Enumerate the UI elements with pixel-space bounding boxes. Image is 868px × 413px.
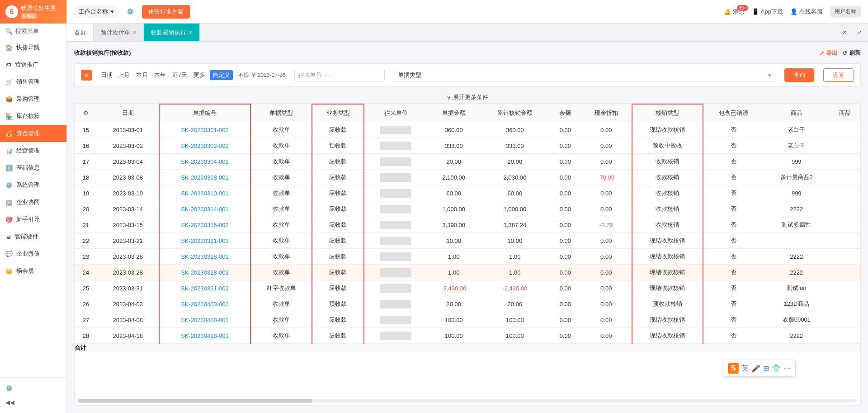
row-date: 2023-03-02 xyxy=(97,138,159,154)
expand-conditions-button[interactable]: ∨ 展开更多条件 xyxy=(74,91,861,103)
tab-close-window-icon[interactable]: ✕ xyxy=(839,27,850,38)
row-bill-no[interactable]: SK-20230315-002 xyxy=(159,217,250,233)
watermark-mic-icon[interactable]: 🎤 xyxy=(751,364,760,373)
row-bill-no[interactable]: SK-20230301-002 xyxy=(159,122,250,138)
row-bill-no[interactable]: SK-20230308-001 xyxy=(159,170,250,185)
app-download-button[interactable]: 📱 App下载 xyxy=(752,8,783,16)
workspace-selector[interactable]: 工作台名称 ▾ xyxy=(74,6,118,18)
row-bill-no[interactable]: SK-20230328-002 xyxy=(159,265,250,280)
col-settings-icon[interactable]: ⚙ xyxy=(75,104,97,122)
chevron-down-expand-icon: ∨ xyxy=(447,94,451,101)
scrollbar-thumb[interactable] xyxy=(78,399,312,403)
row-bill-no[interactable]: SK-20230403-002 xyxy=(159,296,250,312)
row-bill-no[interactable]: SK-20230304-001 xyxy=(159,154,250,170)
user-info[interactable]: 用户名称 xyxy=(830,6,861,17)
date-opt-custom[interactable]: 自定义 xyxy=(210,70,233,80)
row-date: 2023-03-28 xyxy=(97,249,159,265)
collapse-icon: ◀◀ xyxy=(5,399,14,406)
tab-prepay-close-icon[interactable]: × xyxy=(133,29,136,36)
row-bill-type: 收款单 xyxy=(250,122,312,138)
tab-maximize-icon[interactable]: ⤢ xyxy=(854,27,864,38)
row-product2 xyxy=(829,312,860,328)
tab-verify[interactable]: 收款核销执行 × xyxy=(144,24,200,41)
sidebar-item-quick-nav[interactable]: 🏠 快捷导航 xyxy=(0,39,66,56)
row-balance: 0.00 xyxy=(550,185,581,201)
date-opt-this-year[interactable]: 本年 xyxy=(152,70,168,80)
col-product-header: 商品 xyxy=(764,104,829,122)
bill-type-filter[interactable]: 单据类型 ▾ xyxy=(394,69,775,81)
row-bill-no[interactable]: SK-20230321-003 xyxy=(159,233,250,249)
row-product2 xyxy=(829,154,860,170)
sidebar-settings-button[interactable]: ⚙️ xyxy=(0,381,66,395)
topbar-gear-icon[interactable]: ⚙️ xyxy=(124,5,137,18)
row-amount: 1.00 xyxy=(428,265,480,280)
row-bill-no[interactable]: SK-20230310-001 xyxy=(159,185,250,201)
row-bill-no[interactable]: SK-20230408-001 xyxy=(159,312,250,328)
row-bill-no[interactable]: SK-20230302-002 xyxy=(159,138,250,154)
sidebar-item-inventory[interactable]: 🏪 库存核算 xyxy=(0,108,66,125)
row-no: 17 xyxy=(75,154,97,170)
horizontal-scrollbar[interactable] xyxy=(78,399,857,403)
box-icon: 📦 xyxy=(5,96,13,103)
tab-prepay[interactable]: 预计应付单 × xyxy=(94,24,144,41)
row-bill-no[interactable]: SK-20230331-002 xyxy=(159,280,250,296)
filter-toggle-button[interactable]: » xyxy=(81,70,92,81)
tab-verify-close-icon[interactable]: × xyxy=(189,29,192,36)
row-cum-amount: -2,430.00 xyxy=(480,280,550,296)
watermark-apps-icon[interactable]: ⋯ xyxy=(783,364,791,373)
row-biz-type: 预收款 xyxy=(312,138,364,154)
sidebar-search[interactable]: 🔍 搜索菜单 xyxy=(0,24,66,39)
sidebar-item-member[interactable]: 👑 畅会员 xyxy=(0,262,66,280)
row-partner xyxy=(364,312,428,328)
sidebar-item-hardware[interactable]: 🖥 智能硬件 xyxy=(0,228,66,245)
service-icon: 👤 xyxy=(790,8,797,15)
sidebar-item-system[interactable]: ⚙️ 系统管理 xyxy=(0,176,66,194)
row-discount: 0.00 xyxy=(581,296,632,312)
date-opt-last-month[interactable]: 上月 xyxy=(116,70,132,80)
row-discount: -2.76 xyxy=(581,217,632,233)
watermark-text-icon[interactable]: 英 xyxy=(741,364,749,373)
bill-type-chevron-icon: ▾ xyxy=(768,72,771,79)
message-button[interactable]: 🔔 消息 99+ xyxy=(724,8,745,16)
row-product2 xyxy=(829,217,860,233)
date-opt-this-month[interactable]: 本月 xyxy=(134,70,150,80)
export-button[interactable]: ↗ 导出 xyxy=(819,49,838,57)
sidebar-item-purchase[interactable]: 📦 采购管理 xyxy=(0,90,66,108)
sidebar-item-guide[interactable]: 🎯 新手引导 xyxy=(0,211,66,228)
row-bill-no[interactable]: SK-20230418-001 xyxy=(159,328,250,344)
watermark-shirt-icon[interactable]: 👕 xyxy=(772,364,781,373)
row-amount: 100.00 xyxy=(428,328,480,344)
row-settled: 否 xyxy=(703,249,764,265)
industry-solution-button[interactable]: 体验行业方案 xyxy=(142,5,190,19)
sidebar-item-marketing[interactable]: 🏷 营销推广 xyxy=(0,56,66,73)
partner-filter[interactable]: 往来单位 ··· xyxy=(294,69,385,81)
row-verify-type: 收款核销 xyxy=(632,201,703,217)
row-product xyxy=(764,233,829,249)
row-settled: 否 xyxy=(703,122,764,138)
sidebar-item-basic-info[interactable]: ℹ️ 基础信息 xyxy=(0,159,66,176)
sidebar-item-finance[interactable]: 💰 资金管理 xyxy=(0,125,66,142)
row-bill-type: 收款单 xyxy=(250,265,312,280)
refresh-button[interactable]: ↺ 刷新 xyxy=(842,49,861,57)
page-header: 收款核销执行(按收款) ↗ 导出 ↺ 刷新 xyxy=(74,49,861,57)
sidebar-item-wechat[interactable]: 💬 企业微信 xyxy=(0,245,66,262)
sidebar-collapse-button[interactable]: ◀◀ xyxy=(0,395,66,409)
col-biz-type-header: 业务类型 xyxy=(312,104,364,122)
watermark-grid-icon[interactable]: ⊞ xyxy=(763,364,769,373)
row-bill-no[interactable]: SK-20230314-001 xyxy=(159,201,250,217)
date-opt-more[interactable]: 更多 xyxy=(192,70,207,80)
query-button[interactable]: 查询 xyxy=(784,68,814,82)
date-opt-7days[interactable]: 近7天 xyxy=(170,70,189,80)
tab-home[interactable]: 首页 xyxy=(67,24,94,41)
sidebar-item-sales[interactable]: 🛒 销售管理 xyxy=(0,73,66,90)
filter-settings-button[interactable]: 设置 xyxy=(823,68,854,82)
sidebar-item-enterprise[interactable]: 🏢 企业协同 xyxy=(0,194,66,211)
row-no: 27 xyxy=(75,312,97,328)
sidebar-item-operations[interactable]: 📊 经营管理 xyxy=(0,142,66,159)
table-scroll-area[interactable]: ⚙ 日期 单据编号 单据类型 业务类型 往来单位 单据金额 累计核销金额 余额 … xyxy=(75,104,860,396)
row-bill-no[interactable]: SK-20230328-001 xyxy=(159,249,250,265)
row-discount: 0.00 xyxy=(581,138,632,154)
online-service-button[interactable]: 👤 在线客服 xyxy=(790,8,823,16)
date-options: 上月 本月 本年 近7天 更多 自定义 xyxy=(116,70,233,80)
row-bill-type: 收款单 xyxy=(250,185,312,201)
